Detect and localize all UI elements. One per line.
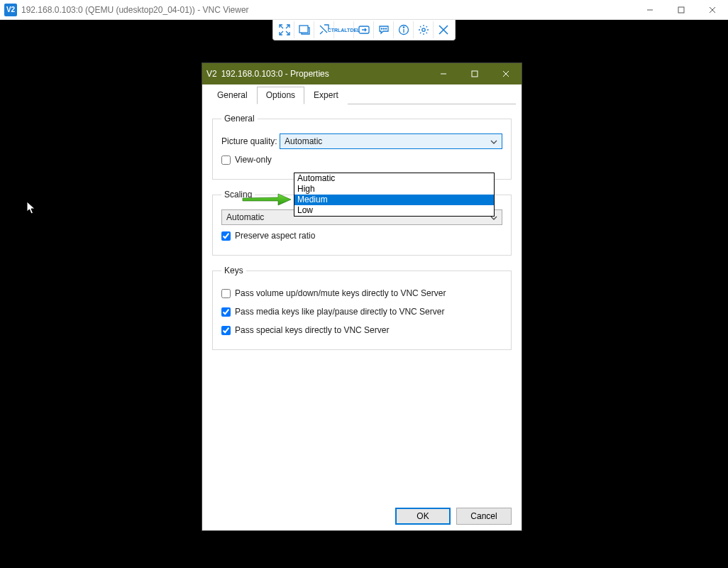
remote-desktop-area[interactable]: CTRLALTDEL bbox=[0, 20, 728, 568]
svg-line-6 bbox=[286, 31, 289, 35]
svg-point-18 bbox=[421, 28, 424, 31]
dialog-maximize-button[interactable] bbox=[459, 63, 490, 84]
svg-point-12 bbox=[381, 28, 382, 29]
dropdown-option-automatic[interactable]: Automatic bbox=[294, 173, 494, 184]
dialog-minimize-button[interactable] bbox=[428, 63, 459, 84]
svg-line-5 bbox=[286, 25, 289, 28]
fullscreen-icon[interactable] bbox=[275, 21, 294, 38]
dialog-footer: OK Cancel bbox=[202, 502, 522, 530]
ctrl-alt-del-icon[interactable]: CTRLALTDEL bbox=[334, 21, 354, 38]
minimize-button[interactable] bbox=[634, 0, 666, 20]
group-general-legend: General bbox=[221, 114, 258, 124]
pass-volume-label: Pass volume up/down/mute keys directly t… bbox=[235, 288, 446, 298]
group-keys-legend: Keys bbox=[221, 266, 246, 275]
vnc-viewer-window: V2 192.168.0.103:0 (QEMU (udesktop20_04-… bbox=[0, 0, 728, 568]
svg-line-10 bbox=[320, 31, 323, 34]
tab-general[interactable]: General bbox=[208, 87, 257, 104]
preserve-aspect-ratio-label: Preserve aspect ratio bbox=[235, 231, 315, 241]
dialog-app-icon: V2 bbox=[206, 69, 217, 79]
pass-media-label: Pass media keys like play/pause directly… bbox=[235, 307, 444, 317]
view-only-label: View-only bbox=[235, 155, 272, 165]
preserve-aspect-ratio-checkbox[interactable] bbox=[221, 231, 231, 241]
group-keys: Keys Pass volume up/down/mute keys direc… bbox=[212, 266, 512, 350]
close-button[interactable] bbox=[697, 0, 728, 20]
ok-button[interactable]: OK bbox=[395, 508, 451, 525]
pass-media-checkbox[interactable] bbox=[221, 307, 231, 317]
dropdown-option-medium[interactable]: Medium bbox=[294, 195, 494, 205]
properties-dialog: V2 192.168.0.103:0 - Properties General … bbox=[202, 62, 522, 531]
view-only-checkbox[interactable] bbox=[221, 155, 231, 165]
picture-quality-select[interactable]: Automatic bbox=[280, 133, 502, 149]
svg-line-4 bbox=[280, 25, 283, 28]
outer-window-title: 192.168.0.103:0 (QEMU (udesktop20_04-01)… bbox=[21, 5, 249, 15]
picture-quality-dropdown[interactable]: Automatic High Medium Low bbox=[294, 173, 495, 217]
dropdown-option-high[interactable]: High bbox=[294, 184, 494, 195]
chat-icon[interactable] bbox=[374, 21, 394, 38]
transfer-icon[interactable] bbox=[354, 21, 374, 38]
gear-icon[interactable] bbox=[414, 21, 434, 38]
annotation-arrow-icon bbox=[241, 193, 292, 206]
svg-point-17 bbox=[403, 27, 404, 28]
group-general: General Picture quality: Automatic bbox=[212, 114, 512, 180]
tab-options[interactable]: Options bbox=[257, 87, 304, 104]
outer-titlebar: V2 192.168.0.103:0 (QEMU (udesktop20_04-… bbox=[0, 0, 728, 20]
info-icon[interactable] bbox=[394, 21, 414, 38]
close-session-icon[interactable] bbox=[434, 21, 453, 38]
svg-line-7 bbox=[280, 31, 283, 35]
dialog-title: 192.168.0.103:0 - Properties bbox=[221, 69, 329, 79]
vnc-floating-toolbar: CTRLALTDEL bbox=[272, 20, 456, 40]
pass-special-checkbox[interactable] bbox=[221, 326, 231, 335]
pass-volume-checkbox[interactable] bbox=[221, 289, 231, 298]
svg-rect-1 bbox=[678, 7, 684, 13]
scaling-value: Automatic bbox=[226, 212, 264, 222]
cursor-icon bbox=[26, 201, 36, 215]
vnc-app-icon: V2 bbox=[4, 4, 17, 16]
dialog-titlebar[interactable]: V2 192.168.0.103:0 - Properties bbox=[202, 63, 522, 84]
cancel-button[interactable]: Cancel bbox=[456, 508, 512, 525]
dialog-close-button[interactable] bbox=[490, 63, 522, 84]
svg-rect-8 bbox=[299, 26, 308, 33]
dropdown-option-low[interactable]: Low bbox=[294, 205, 494, 216]
svg-rect-22 bbox=[472, 71, 478, 77]
svg-line-9 bbox=[320, 26, 327, 33]
tab-expert[interactable]: Expert bbox=[304, 87, 348, 104]
picture-quality-label: Picture quality: bbox=[221, 136, 280, 146]
options-panel: General Picture quality: Automatic bbox=[208, 104, 516, 502]
pass-special-label: Pass special keys directly to VNC Server bbox=[235, 325, 389, 335]
chevron-down-icon bbox=[490, 136, 497, 146]
picture-quality-value: Automatic bbox=[285, 136, 322, 146]
svg-point-13 bbox=[383, 28, 384, 29]
maximize-button[interactable] bbox=[666, 0, 697, 20]
svg-point-14 bbox=[385, 28, 386, 29]
windowed-icon[interactable] bbox=[294, 21, 314, 38]
